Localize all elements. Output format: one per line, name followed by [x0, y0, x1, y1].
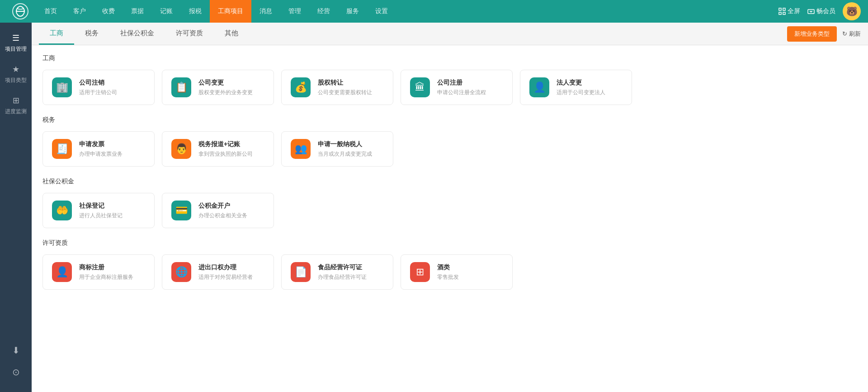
svg-marker-6	[809, 11, 813, 13]
card-text: 社保登记进行人员社保登记	[79, 202, 145, 220]
nav-item-服务[interactable]: 服务	[338, 0, 367, 23]
sidebar: ☰项目管理★项目类型⊞进度监测⬇⊙	[0, 23, 32, 392]
sidebar-label: 进度监测	[5, 108, 27, 115]
sidebar-bottom-icon[interactable]: ⊙	[0, 361, 32, 383]
service-card[interactable]: 💰股权转让公司变更需要股权转让	[281, 70, 393, 105]
sidebar-bottom-icon[interactable]: ⬇	[0, 339, 32, 361]
card-title: 社保登记	[79, 202, 145, 210]
refresh-button[interactable]: ↻ 刷新	[842, 30, 861, 38]
refresh-icon: ↻	[842, 30, 847, 37]
card-title: 股权转让	[318, 79, 384, 87]
service-card[interactable]: 📋公司变更股权变更外的业务变更	[162, 70, 274, 105]
section-税务: 税务🧾申请发票办理申请发票业务👨税务报道+记账拿到营业执照的新公司👥申请一般纳税…	[42, 116, 857, 167]
nav-item-记账[interactable]: 记账	[152, 0, 181, 23]
sidebar-icon: ★	[10, 64, 21, 75]
nav-right: 全屏 畅会员 🐻	[778, 2, 868, 20]
card-icon: 🌐	[171, 262, 191, 282]
card-title: 商标注册	[79, 263, 145, 272]
add-business-type-button[interactable]: 新增业务类型	[787, 26, 837, 42]
card-title: 法人变更	[557, 79, 623, 87]
card-title: 税务报道+记账	[198, 140, 264, 148]
card-text: 税务报道+记账拿到营业执照的新公司	[198, 140, 264, 158]
nav-item-收费[interactable]: 收费	[94, 0, 123, 23]
section-title: 工商	[42, 54, 857, 62]
card-icon: 🤲	[52, 201, 72, 220]
card-desc: 适用于注销公司	[79, 89, 145, 96]
card-title: 酒类	[437, 263, 503, 272]
nav-item-客户[interactable]: 客户	[65, 0, 94, 23]
content-area: 工商税务社保公积金许可资质其他 新增业务类型 ↻ 刷新 工商🏢公司注销适用于注销…	[32, 23, 868, 392]
sidebar-item-项目类型[interactable]: ★项目类型	[0, 58, 32, 90]
card-desc: 零售批发	[437, 273, 503, 281]
nav-items: 首页客户收费票据记账报税工商项目消息管理经营服务设置	[36, 0, 778, 23]
card-text: 公司注销适用于注销公司	[79, 79, 145, 96]
tab-其他[interactable]: 其他	[214, 23, 249, 45]
card-desc: 适用于对外贸易经营者	[198, 273, 264, 281]
tab-许可资质[interactable]: 许可资质	[165, 23, 214, 45]
card-desc: 办理食品经营许可证	[318, 273, 384, 281]
card-desc: 适用于公司变更法人	[557, 89, 623, 96]
main-content: 工商🏢公司注销适用于注销公司📋公司变更股权变更外的业务变更💰股权转让公司变更需要…	[32, 45, 868, 392]
card-text: 股权转让公司变更需要股权转让	[318, 79, 384, 96]
card-icon: 👨	[171, 139, 191, 159]
nav-item-首页[interactable]: 首页	[36, 0, 65, 23]
cards-grid: 🏢公司注销适用于注销公司📋公司变更股权变更外的业务变更💰股权转让公司变更需要股权…	[42, 70, 857, 105]
fullscreen-button[interactable]: 全屏	[778, 7, 800, 15]
sidebar-icon: ☰	[10, 33, 21, 43]
card-title: 申请一般纳税人	[318, 140, 384, 148]
top-navigation: 首页客户收费票据记账报税工商项目消息管理经营服务设置 全屏 畅会员 🐻	[0, 0, 868, 23]
card-icon: 📋	[171, 77, 191, 97]
card-text: 公积金开户办理公积金相关业务	[198, 202, 264, 220]
sidebar-item-进度监测[interactable]: ⊞进度监测	[0, 90, 32, 121]
refresh-label: 刷新	[849, 30, 861, 38]
card-text: 酒类零售批发	[437, 263, 503, 281]
service-card[interactable]: 🏢公司注销适用于注销公司	[42, 70, 155, 105]
card-text: 食品经营许可证办理食品经营许可证	[318, 263, 384, 281]
card-icon: 📄	[291, 262, 311, 282]
section-title: 税务	[42, 116, 857, 124]
service-card[interactable]: 🏛公司注册申请公司注册全流程	[401, 70, 513, 105]
section-社保公积金: 社保公积金🤲社保登记进行人员社保登记💳公积金开户办理公积金相关业务	[42, 177, 857, 228]
section-title: 许可资质	[42, 239, 857, 247]
tab-税务[interactable]: 税务	[74, 23, 109, 45]
service-card[interactable]: 🌐进出口权办理适用于对外贸易经营者	[162, 254, 274, 290]
section-工商: 工商🏢公司注销适用于注销公司📋公司变更股权变更外的业务变更💰股权转让公司变更需要…	[42, 54, 857, 105]
sidebar-item-项目管理[interactable]: ☰项目管理	[0, 27, 32, 58]
svg-rect-1	[779, 8, 781, 10]
service-card[interactable]: 👨税务报道+记账拿到营业执照的新公司	[162, 131, 274, 167]
cards-grid: 🤲社保登记进行人员社保登记💳公积金开户办理公积金相关业务	[42, 193, 857, 228]
service-card[interactable]: 🧾申请发票办理申请发票业务	[42, 131, 155, 167]
service-card[interactable]: 👥申请一般纳税人当月或次月成变更完成	[281, 131, 393, 167]
card-title: 公司注册	[437, 79, 503, 87]
card-desc: 公司变更需要股权转让	[318, 89, 384, 96]
nav-item-票据[interactable]: 票据	[123, 0, 152, 23]
tab-社保公积金[interactable]: 社保公积金	[109, 23, 165, 45]
nav-item-报税[interactable]: 报税	[181, 0, 210, 23]
nav-item-工商项目[interactable]: 工商项目	[210, 0, 251, 23]
card-icon: 💰	[291, 77, 311, 97]
vip-button[interactable]: 畅会员	[807, 7, 835, 15]
cards-grid: 🧾申请发票办理申请发票业务👨税务报道+记账拿到营业执照的新公司👥申请一般纳税人当…	[42, 131, 857, 167]
service-card[interactable]: 📄食品经营许可证办理食品经营许可证	[281, 254, 393, 290]
card-desc: 进行人员社保登记	[79, 212, 145, 220]
nav-item-经营[interactable]: 经营	[309, 0, 338, 23]
service-card[interactable]: 🤲社保登记进行人员社保登记	[42, 193, 155, 228]
service-card[interactable]: 💳公积金开户办理公积金相关业务	[162, 193, 274, 228]
section-title: 社保公积金	[42, 177, 857, 186]
tab-工商[interactable]: 工商	[39, 23, 74, 45]
mascot-icon: 🐻	[843, 2, 861, 20]
card-desc: 当月或次月成变更完成	[318, 150, 384, 158]
nav-item-管理[interactable]: 管理	[280, 0, 309, 23]
card-title: 公司注销	[79, 79, 145, 87]
section-许可资质: 许可资质👤商标注册用于企业商标注册服务🌐进出口权办理适用于对外贸易经营者📄食品经…	[42, 239, 857, 290]
service-card[interactable]: ⊞酒类零售批发	[401, 254, 513, 290]
card-icon: 🧾	[52, 139, 72, 159]
service-card[interactable]: 👤商标注册用于企业商标注册服务	[42, 254, 155, 290]
card-desc: 股权变更外的业务变更	[198, 89, 264, 96]
nav-item-消息[interactable]: 消息	[251, 0, 280, 23]
card-title: 食品经营许可证	[318, 263, 384, 272]
service-card[interactable]: 👤法人变更适用于公司变更法人	[520, 70, 632, 105]
nav-item-设置[interactable]: 设置	[367, 0, 396, 23]
card-title: 公积金开户	[198, 202, 264, 210]
card-desc: 用于企业商标注册服务	[79, 273, 145, 281]
